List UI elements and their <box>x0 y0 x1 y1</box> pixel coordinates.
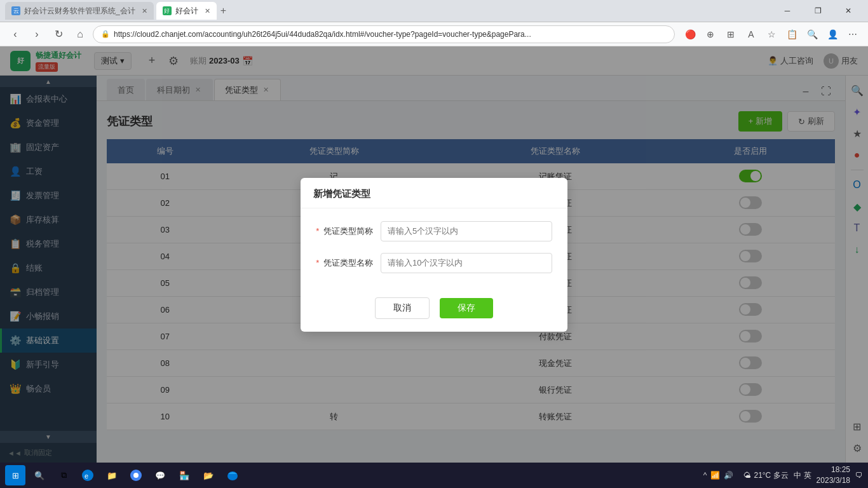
weather-icon: 🌤 <box>743 471 751 480</box>
search-sidebar-button[interactable]: 🔍 <box>803 25 821 43</box>
taskbar-folder[interactable]: 📂 <box>198 465 219 485</box>
back-button[interactable]: ‹ <box>6 25 24 43</box>
dialog-header: 新增凭证类型 <box>301 178 567 208</box>
tray-sound: 🔊 <box>724 471 733 480</box>
time-display: 18:25 <box>817 464 850 475</box>
name-label: * 凭证类型名称 <box>316 257 373 269</box>
browser-actions: 🔴 ⊕ ⊞ A ☆ 📋 🔍 👤 ⋯ <box>681 25 862 43</box>
tray-network: 📶 <box>710 471 720 480</box>
taskbar-file-explorer[interactable]: 📁 <box>102 465 122 485</box>
taskbar-task-view[interactable]: ⧉ <box>53 465 74 485</box>
required-mark: * <box>316 226 319 236</box>
home-button[interactable]: ⌂ <box>71 25 89 43</box>
profile-button[interactable]: 👤 <box>824 25 841 43</box>
tray-chevron[interactable]: ^ <box>703 471 707 480</box>
start-button[interactable]: ⊞ <box>5 465 25 485</box>
abbr-input[interactable] <box>381 221 552 241</box>
minimize-button[interactable]: ─ <box>773 0 802 22</box>
window-controls: ─ ❐ ✕ <box>773 0 863 22</box>
lang-indicator[interactable]: 中 <box>794 470 801 481</box>
bookmark-button[interactable]: ⊕ <box>702 25 719 43</box>
dialog-overlay: 新增凭证类型 * 凭证类型简称 * 凭证类型名称 取消 保存 <box>0 46 868 463</box>
sys-tray: ^ 📶 🔊 <box>703 471 734 480</box>
tab-favicon-2: 好 <box>163 6 172 15</box>
taskbar-chrome[interactable] <box>126 465 146 485</box>
taskbar-wechat[interactable]: 💬 <box>150 465 170 485</box>
taskbar-search[interactable]: 🔍 <box>29 465 50 485</box>
extensions-button[interactable]: 🔴 <box>681 25 699 43</box>
close-button[interactable]: ✕ <box>834 0 863 22</box>
address-bar[interactable]: 🔒 https://cloud2.chanjet.com/accounting/… <box>93 25 675 43</box>
browser-tab-1-label: 好会计云财务软件管理系统_会计 <box>24 6 135 17</box>
cancel-button[interactable]: 取消 <box>375 297 430 319</box>
taskbar-clock[interactable]: 18:25 2023/3/18 <box>817 464 850 486</box>
browser-tab-2-close[interactable]: ✕ <box>205 7 210 15</box>
dialog-title: 新增凭证类型 <box>313 188 370 200</box>
taskbar-edge[interactable]: e <box>78 465 98 485</box>
browser-tab-1[interactable]: 云 好会计云财务软件管理系统_会计 ✕ <box>5 2 154 20</box>
save-button[interactable]: 保存 <box>440 298 493 318</box>
tab-favicon-1: 云 <box>11 6 20 15</box>
required-mark-2: * <box>316 258 319 268</box>
form-row-name: * 凭证类型名称 <box>316 253 552 273</box>
ime-indicator: 中 英 <box>794 470 811 481</box>
taskbar: ⊞ 🔍 ⧉ e 📁 💬 🏪 📂 ^ 📶 🔊 🌤 21°C 多云 中 英 18:2… <box>0 463 868 488</box>
dialog-body: * 凭证类型简称 * 凭证类型名称 <box>301 208 567 297</box>
weather-text: 21°C 多云 <box>754 470 788 481</box>
abbr-label-text: 凭证类型简称 <box>323 226 373 236</box>
browser-nav-bar: ‹ › ↻ ⌂ 🔒 https://cloud2.chanjet.com/acc… <box>0 22 868 46</box>
taskbar-weather[interactable]: 🌤 21°C 多云 <box>743 470 788 481</box>
form-row-abbr: * 凭证类型简称 <box>316 221 552 241</box>
new-tab-button[interactable]: + <box>220 5 226 17</box>
lock-icon: 🔒 <box>101 30 110 38</box>
add-voucher-type-dialog: 新增凭证类型 * 凭证类型简称 * 凭证类型名称 取消 保存 <box>301 178 567 332</box>
more-button[interactable]: ⋯ <box>844 25 862 43</box>
favorites-button[interactable]: ☆ <box>763 25 780 43</box>
abbr-label: * 凭证类型简称 <box>316 226 373 237</box>
name-input[interactable] <box>381 253 552 273</box>
name-label-text: 凭证类型名称 <box>323 258 373 268</box>
dialog-footer: 取消 保存 <box>301 297 567 319</box>
collections-button[interactable]: 📋 <box>783 25 801 43</box>
browser-tab-2[interactable]: 好 好会计 ✕ <box>156 2 217 20</box>
browser-tab-1-close[interactable]: ✕ <box>142 7 147 15</box>
svg-text:e: e <box>85 472 88 480</box>
date-display: 2023/3/18 <box>817 475 850 486</box>
reload-button[interactable]: ↻ <box>50 25 67 43</box>
ime-mode[interactable]: 英 <box>804 470 811 481</box>
browser-tab-2-label: 好会计 <box>175 6 198 17</box>
address-text: https://cloud2.chanjet.com/accounting/uh… <box>114 30 667 39</box>
taskbar-right: ^ 📶 🔊 🌤 21°C 多云 中 英 18:25 2023/3/18 🗨 <box>703 464 863 486</box>
svg-point-3 <box>133 473 139 478</box>
taskbar-app-store[interactable]: 🏪 <box>174 465 194 485</box>
forward-button[interactable]: › <box>28 25 46 43</box>
taskbar-edge2[interactable] <box>222 465 243 485</box>
restore-button[interactable]: ❐ <box>803 0 832 22</box>
tab-groups-button[interactable]: ⊞ <box>722 25 740 43</box>
font-button[interactable]: A <box>742 25 760 43</box>
browser-chrome: 云 好会计云财务软件管理系统_会计 ✕ 好 好会计 ✕ + ─ ❐ ✕ <box>0 0 868 22</box>
notification-button[interactable]: 🗨 <box>855 471 863 480</box>
